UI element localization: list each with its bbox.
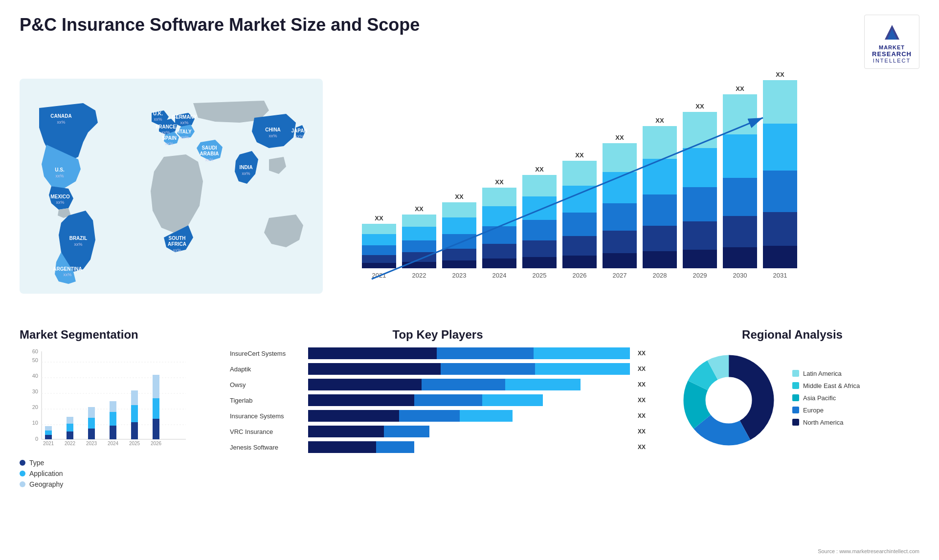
svg-text:0: 0	[35, 436, 38, 442]
bar-group-2029: XX2029	[683, 103, 717, 279]
dot-europe	[792, 407, 799, 413]
player-bar-seg	[422, 379, 505, 390]
player-bar-seg	[482, 394, 543, 406]
legend-label-geography: Geography	[29, 480, 63, 488]
player-name: Adaptik	[230, 366, 303, 373]
svg-rect-33	[110, 401, 116, 412]
bar-seg-1	[522, 240, 557, 257]
bar-seg-3	[402, 227, 436, 240]
logo: MARKET RESEARCH INTELLECT	[864, 15, 919, 69]
bar-seg-0	[562, 256, 597, 268]
bar-xx-2023: XX	[455, 193, 463, 200]
france-label: FRANCE	[156, 124, 176, 129]
player-name: VRC Insurance	[230, 428, 303, 435]
seg-legend: Type Application Geography	[20, 459, 210, 488]
bar-year-2027: 2027	[613, 272, 627, 279]
france-pct: xx%	[161, 130, 170, 135]
player-bar-inner	[308, 379, 630, 390]
player-row: Insurance SystemsXX	[230, 410, 646, 422]
saudi-label: SAUDI	[201, 145, 217, 151]
player-bar-container	[308, 441, 630, 453]
bar-seg-4	[482, 188, 516, 206]
bar-seg-1	[763, 212, 797, 246]
bar-seg-4	[362, 224, 396, 234]
bar-seg-4	[643, 126, 677, 159]
bar-year-2024: 2024	[492, 272, 507, 279]
bar-group-2031: XX2031	[763, 71, 797, 279]
player-bar-container	[308, 410, 630, 422]
argentina-pct: xx%	[63, 272, 71, 277]
svg-rect-27	[88, 429, 95, 439]
main-grid: CANADA xx% U.S. xx% MEXICO xx% BRAZIL xx…	[0, 74, 939, 560]
svg-text:2022: 2022	[65, 441, 76, 446]
svg-rect-24	[67, 424, 73, 431]
bar-seg-2	[723, 178, 757, 216]
bar-xx-2022: XX	[415, 205, 423, 213]
bar-group-2026: XX2026	[562, 151, 597, 279]
bar-year-2023: 2023	[452, 272, 467, 279]
player-bar-seg	[308, 347, 437, 359]
bar-year-2028: 2028	[653, 272, 667, 279]
seg-chart-svg: 0 10 20 30 40 50 60	[20, 346, 196, 454]
player-bar-seg	[384, 426, 429, 437]
svg-text:2023: 2023	[86, 441, 97, 446]
players-list: InsureCert SystemsXXAdaptikXXOwsyXXTiger…	[230, 347, 646, 453]
bar-seg-0	[763, 246, 797, 268]
logo-line2: RESEARCH	[872, 50, 912, 58]
brazil-label: BRAZIL	[69, 236, 88, 241]
bar-seg-1	[442, 249, 476, 260]
player-bar-seg	[308, 363, 441, 375]
svg-text:10: 10	[32, 420, 38, 426]
player-bar-seg	[534, 347, 630, 359]
bar-seg-0	[683, 250, 717, 268]
legend-label-type: Type	[29, 459, 44, 467]
bar-year-2029: 2029	[693, 272, 707, 279]
player-bar-inner	[308, 347, 630, 359]
svg-rect-35	[131, 422, 138, 439]
bar-seg-0	[442, 260, 476, 268]
bar-group-2021: XX2021	[362, 215, 396, 279]
player-bar-seg	[308, 410, 399, 422]
bar-stack-2023	[442, 202, 476, 268]
saudi-label2: ARABIA	[200, 151, 219, 156]
legend-dot-application	[20, 471, 25, 476]
germany-label: GERMANY	[172, 114, 197, 120]
svg-text:2026: 2026	[151, 441, 162, 446]
bar-seg-0	[522, 257, 557, 268]
south-africa-label2: AFRICA	[168, 241, 186, 247]
chart-section: XX2021XX2022XX2023XX2024XX2025XX2026XX20…	[342, 74, 919, 313]
bar-seg-2	[362, 245, 396, 255]
bar-seg-4	[603, 143, 637, 172]
italy-label: ITALY	[178, 129, 192, 134]
bar-stack-2025	[522, 175, 557, 268]
svg-rect-37	[131, 390, 138, 405]
canada-label: CANADA	[50, 113, 71, 119]
bar-seg-4	[402, 215, 436, 227]
player-bar-seg	[308, 441, 376, 453]
svg-point-48	[706, 378, 751, 423]
label-europe: Europe	[803, 407, 824, 414]
bar-seg-0	[723, 247, 757, 268]
legend-type: Type	[20, 459, 210, 467]
us-pct: xx%	[55, 173, 64, 178]
player-bar-container	[308, 363, 630, 375]
bar-xx-2030: XX	[736, 85, 744, 92]
player-bar-inner	[308, 426, 630, 437]
player-bar-seg	[535, 363, 630, 375]
player-row: VRC InsuranceXX	[230, 426, 646, 437]
india-pct: xx%	[242, 171, 250, 176]
germany-pct: xx%	[180, 120, 188, 125]
bar-year-2030: 2030	[733, 272, 747, 279]
regional-title: Regional Analysis	[675, 328, 910, 342]
bar-xx-2027: XX	[615, 134, 624, 141]
player-name: Jenesis Software	[230, 444, 303, 451]
player-bar-container	[308, 347, 630, 359]
svg-text:30: 30	[32, 388, 38, 394]
mexico-label: MEXICO	[50, 194, 70, 199]
legend-north-america: North America	[792, 419, 910, 426]
bar-year-2031: 2031	[773, 272, 787, 279]
china-label: CHINA	[265, 127, 281, 132]
canada-pct: xx%	[57, 120, 65, 125]
bar-seg-3	[723, 134, 757, 178]
bar-stack-2028	[643, 126, 677, 268]
